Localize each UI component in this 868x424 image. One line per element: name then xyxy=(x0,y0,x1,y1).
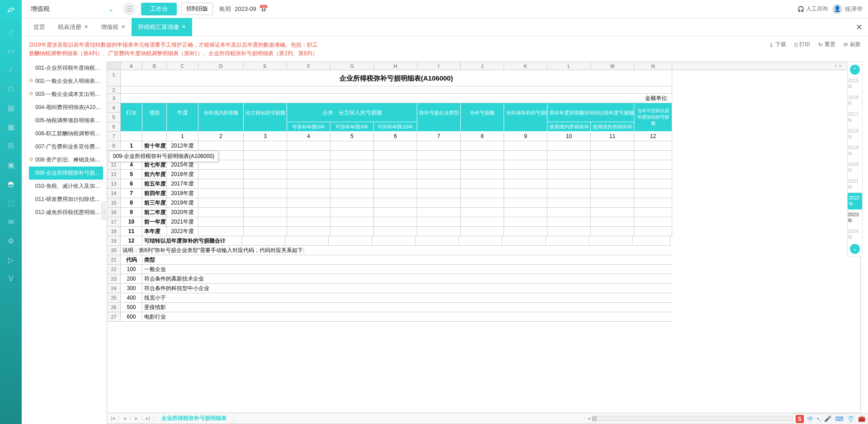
col-header[interactable]: F xyxy=(287,62,330,70)
note-code[interactable]: 400 xyxy=(121,293,142,303)
user-menu[interactable]: 👤 徐泽华 xyxy=(832,4,863,14)
col-header[interactable]: C xyxy=(167,62,198,70)
row-header[interactable]: 19 xyxy=(107,236,121,246)
item-cell[interactable]: 前四年度 xyxy=(142,189,167,198)
row-header[interactable]: 12 xyxy=(107,170,121,179)
app-logo[interactable] xyxy=(0,0,22,18)
row-no[interactable]: 7 xyxy=(121,189,142,198)
sheet-nav-last[interactable]: ▸| xyxy=(142,415,154,421)
workbench-button[interactable]: 工作台 xyxy=(141,3,177,15)
company-dropdown[interactable]: 增值税 ⌄ xyxy=(27,5,118,13)
form-item-004[interactable]: 004-期间费用明细表(A1040... xyxy=(29,101,103,114)
year-item[interactable]: 2024年 xyxy=(848,226,862,243)
col-num[interactable]: 2 xyxy=(198,132,244,141)
nav-home-icon[interactable]: ⌂ xyxy=(6,27,15,36)
nav-bag-icon[interactable]: ☖ xyxy=(6,84,15,93)
row-no[interactable]: 12 xyxy=(121,236,142,246)
collapse-handle[interactable]: ‹ xyxy=(101,202,108,220)
col-header[interactable]: J xyxy=(461,62,504,70)
year-item[interactable]: 2016年 xyxy=(848,92,862,109)
col-num[interactable]: 10 xyxy=(547,132,591,141)
sheet-nav-prev[interactable]: ◂ xyxy=(119,415,131,421)
form-item-001[interactable]: 001-企业所得税年度纳税申... xyxy=(29,62,103,75)
ime-skin-icon[interactable]: 👕 xyxy=(847,415,854,422)
ime-logo-icon[interactable]: S xyxy=(796,415,804,423)
item-cell[interactable]: 前一年度 xyxy=(142,217,167,227)
form-item-006[interactable]: 006-职工薪酬纳税调整明细... xyxy=(29,127,103,140)
note-type[interactable]: 符合条件的科技型中小企业 xyxy=(142,284,672,293)
row-header[interactable]: 7 xyxy=(107,132,121,141)
sheet-nav-next[interactable]: ▸ xyxy=(131,415,142,421)
col-num[interactable]: 7 xyxy=(417,132,461,141)
col-header[interactable]: L xyxy=(547,62,591,70)
item-cell[interactable]: 前二年度 xyxy=(142,208,167,217)
ime-punct-icon[interactable]: •, xyxy=(817,415,821,422)
select-all-corner[interactable] xyxy=(107,62,121,70)
note-code[interactable]: 600 xyxy=(121,312,142,322)
year-item[interactable]: 2018年 xyxy=(848,126,862,143)
year-cell[interactable]: 2022年度 xyxy=(167,227,198,236)
year-item[interactable]: 2019年 xyxy=(848,143,862,159)
tab-tax-list[interactable]: 税表清册✕ xyxy=(52,18,94,36)
download-button[interactable]: ⤓下载 xyxy=(769,41,786,48)
nav-chart-icon[interactable]: ⫽ xyxy=(6,65,15,74)
note-type[interactable]: 线宽小于 xyxy=(142,293,672,303)
nav-tax-icon[interactable]: ☒ xyxy=(6,141,15,150)
row-header[interactable]: 17 xyxy=(107,217,121,227)
ime-lang[interactable]: 中 xyxy=(807,415,813,423)
year-cell[interactable]: 2016年度 xyxy=(167,170,198,179)
row-header[interactable]: 18 xyxy=(107,227,121,236)
close-icon[interactable]: ✕ xyxy=(84,24,88,30)
ime-mic-icon[interactable]: 🎤 xyxy=(824,415,831,422)
year-cell[interactable]: 2019年度 xyxy=(167,198,198,208)
form-item-012[interactable]: 012-减免所得税优惠明细表(... xyxy=(29,206,103,219)
form-item-009[interactable]: 009-企业所得税弥补亏损明... xyxy=(29,167,103,180)
year-item[interactable]: 2020年 xyxy=(848,159,862,176)
year-item[interactable]: 2015年 xyxy=(848,76,862,92)
form-item-007[interactable]: 007-广告费和业务宣传费跨... xyxy=(29,140,103,153)
year-cell[interactable]: 2021年度 xyxy=(167,217,198,227)
note-type[interactable]: 一般企业 xyxy=(142,265,672,274)
ime-keyboard-icon[interactable]: ⌨ xyxy=(835,415,844,422)
form-item-002[interactable]: 002-一般企业收入明细表(A... xyxy=(29,75,103,88)
row-no[interactable]: 1 xyxy=(121,141,142,151)
row-header[interactable]: 16 xyxy=(107,208,121,217)
expand-right2-icon[interactable]: ▸ xyxy=(840,63,844,69)
col-header[interactable]: D xyxy=(198,62,244,70)
row-header[interactable]: 14 xyxy=(107,189,121,198)
refresh-button[interactable]: ⟳刷新 xyxy=(844,41,861,48)
row-header[interactable]: 21 xyxy=(107,255,121,265)
row-no[interactable]: 10 xyxy=(121,217,142,227)
row-header[interactable]: 4 xyxy=(107,103,121,113)
close-all-tabs-icon[interactable]: ✕ xyxy=(856,22,863,32)
switch-old-button[interactable]: 切到旧版 xyxy=(181,3,213,15)
item-cell[interactable]: 前六年度 xyxy=(142,170,167,179)
sheet-nav-first[interactable]: |◂ xyxy=(107,415,119,421)
row-no[interactable]: 8 xyxy=(121,198,142,208)
tab-income-tax[interactable]: 所得税汇算清缴✕ xyxy=(132,18,192,36)
row-header[interactable]: 8 xyxy=(107,141,121,151)
col-header[interactable]: H xyxy=(374,62,417,70)
nav-settings-icon[interactable]: ⚙ xyxy=(6,236,15,245)
row-no[interactable]: 6 xyxy=(121,179,142,189)
row-header[interactable]: 22 xyxy=(107,265,121,274)
col-header[interactable]: G xyxy=(330,62,374,70)
col-header[interactable]: E xyxy=(244,62,287,70)
col-num[interactable]: 5 xyxy=(330,132,374,141)
grid-body[interactable]: 1 企业所得税弥补亏损明细表(A106000) 2 3 金额单位: xyxy=(107,70,860,413)
year-down-icon[interactable]: ⌄ xyxy=(850,244,860,254)
year-cell[interactable]: 2012年度 xyxy=(167,141,198,151)
col-header[interactable]: I xyxy=(417,62,461,70)
row-header[interactable]: 24 xyxy=(107,284,121,293)
nav-video-icon[interactable]: ▷ xyxy=(6,255,15,264)
year-item[interactable]: 2022年 xyxy=(848,193,862,210)
total-label[interactable]: 可结转以后年度弥补的亏损额合计 xyxy=(142,236,242,246)
item-cell[interactable]: 本年度 xyxy=(142,227,167,236)
row-header[interactable]: 5 xyxy=(107,113,121,122)
nav-current-icon[interactable]: ◓ xyxy=(6,179,15,188)
note-code[interactable]: 100 xyxy=(121,265,142,274)
col-num[interactable]: 9 xyxy=(504,132,547,141)
year-item[interactable]: 2021年 xyxy=(848,176,862,193)
col-num[interactable]: 1 xyxy=(167,132,198,141)
row-no[interactable]: 5 xyxy=(121,170,142,179)
